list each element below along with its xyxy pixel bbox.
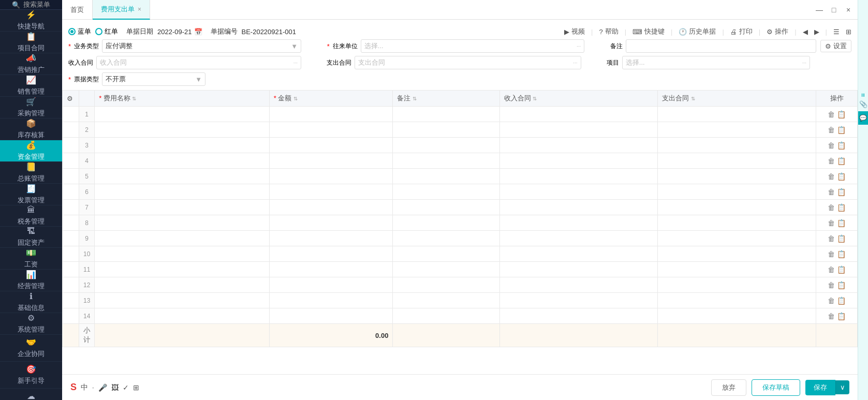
- row-expense-name-cell[interactable]: [95, 200, 269, 215]
- right-edge-chat-btn[interactable]: 💬: [858, 111, 869, 125]
- video-btn[interactable]: ▶ 视频: [564, 27, 585, 36]
- counterpart-input[interactable]: 选择... ···: [361, 39, 584, 53]
- row-remark-cell[interactable]: [393, 215, 500, 231]
- right-edge-attach-icon[interactable]: 📎: [859, 100, 867, 108]
- sidebar-item-project-contract[interactable]: 📋 项目合同: [0, 32, 62, 53]
- tab-home[interactable]: 首页: [62, 0, 93, 20]
- sidebar-item-guide[interactable]: 🎯 新手引导: [0, 362, 62, 389]
- row-remark-cell[interactable]: [393, 231, 500, 246]
- row-remark-cell[interactable]: [393, 262, 500, 277]
- row-remark-cell[interactable]: [393, 246, 500, 262]
- table-wrapper[interactable]: ⚙ * 费用名称 ⇅ * 金额 ⇅: [62, 90, 858, 374]
- sidebar-item-fixed-assets[interactable]: 🏗 固定资产: [0, 227, 62, 248]
- copy-row-icon[interactable]: 📋: [837, 157, 846, 165]
- col-remark[interactable]: 备注 ⇅: [393, 91, 500, 107]
- row-remark-cell[interactable]: [393, 308, 500, 324]
- row-expense-name-cell[interactable]: [95, 169, 269, 184]
- row-expense-contract-cell[interactable]: [658, 215, 816, 231]
- save-draft-button[interactable]: 保存草稿: [752, 379, 800, 396]
- row-remark-cell[interactable]: [393, 138, 500, 153]
- copy-row-icon[interactable]: 📋: [837, 110, 846, 118]
- delete-row-icon[interactable]: 🗑: [828, 172, 835, 181]
- row-expense-contract-cell[interactable]: [658, 246, 816, 262]
- row-expense-name-cell[interactable]: [95, 277, 269, 293]
- row-income-contract-cell[interactable]: [500, 153, 658, 169]
- row-remark-cell[interactable]: [393, 184, 500, 200]
- row-expense-contract-cell[interactable]: [658, 262, 816, 277]
- delete-row-icon[interactable]: 🗑: [828, 157, 835, 165]
- col-settings-header[interactable]: ⚙: [63, 91, 79, 107]
- sidebar-item-collab[interactable]: 🤝 企业协同: [0, 335, 62, 362]
- minimize-button[interactable]: —: [814, 5, 825, 15]
- help-btn[interactable]: ? 帮助: [599, 27, 618, 36]
- row-amount-cell[interactable]: [269, 153, 393, 169]
- delete-row-icon[interactable]: 🗑: [828, 250, 835, 258]
- col-income-contract[interactable]: 收入合同 ⇅: [500, 91, 658, 107]
- delete-row-icon[interactable]: 🗑: [828, 312, 835, 320]
- shortcut-btn[interactable]: ⌨ 快捷键: [632, 27, 665, 36]
- row-expense-contract-cell[interactable]: [658, 107, 816, 122]
- sidebar-item-purchase[interactable]: 🛒 采购管理: [0, 97, 62, 118]
- row-expense-name-cell[interactable]: [95, 107, 269, 122]
- invoice-type-input[interactable]: 不开票 ▼: [102, 72, 205, 86]
- row-expense-name-cell[interactable]: [95, 262, 269, 277]
- row-expense-contract-cell[interactable]: [658, 277, 816, 293]
- row-expense-contract-cell[interactable]: [658, 138, 816, 153]
- tab-close-icon[interactable]: ×: [138, 6, 141, 13]
- sidebar-item-quick-nav[interactable]: ⚡ 快捷导航: [0, 10, 62, 32]
- col-amount[interactable]: * 金额 ⇅: [269, 91, 393, 107]
- mic-icon[interactable]: 🎤: [98, 383, 107, 392]
- check-icon[interactable]: ✓: [123, 383, 129, 392]
- row-expense-contract-cell[interactable]: [658, 184, 816, 200]
- delete-row-icon[interactable]: 🗑: [828, 141, 835, 150]
- row-remark-cell[interactable]: [393, 122, 500, 138]
- sidebar-item-basic-info[interactable]: ℹ 基础信息: [0, 291, 62, 313]
- copy-row-icon[interactable]: 📋: [837, 141, 846, 150]
- row-amount-cell[interactable]: [269, 122, 393, 138]
- delete-row-icon[interactable]: 🗑: [828, 188, 835, 196]
- biz-type-input[interactable]: 应付调整 ▼: [102, 39, 301, 53]
- delete-row-icon[interactable]: 🗑: [828, 219, 835, 227]
- row-amount-cell[interactable]: [269, 277, 393, 293]
- row-income-contract-cell[interactable]: [500, 215, 658, 231]
- row-amount-cell[interactable]: [269, 184, 393, 200]
- row-expense-name-cell[interactable]: [95, 215, 269, 231]
- col-expense-contract[interactable]: 支出合同 ⇅: [658, 91, 816, 107]
- row-amount-cell[interactable]: [269, 200, 393, 215]
- copy-row-icon[interactable]: 📋: [837, 126, 846, 134]
- sidebar-item-invoice[interactable]: 🧾 发票管理: [0, 184, 62, 205]
- right-edge-list-icon[interactable]: ≡: [859, 93, 867, 97]
- row-expense-contract-cell[interactable]: [658, 122, 816, 138]
- row-income-contract-cell[interactable]: [500, 308, 658, 324]
- list-view-btn[interactable]: ☰: [833, 28, 840, 36]
- row-income-contract-cell[interactable]: [500, 122, 658, 138]
- row-remark-cell[interactable]: [393, 277, 500, 293]
- copy-row-icon[interactable]: 📋: [837, 203, 846, 212]
- sidebar-item-inventory[interactable]: 📦 库存核算: [0, 118, 62, 140]
- ops-btn[interactable]: ⚙ 操作: [767, 27, 788, 36]
- sidebar-item-sales-promo[interactable]: 📣 营销推广: [0, 53, 62, 75]
- row-amount-cell[interactable]: [269, 308, 393, 324]
- sidebar-search[interactable]: 🔍 搜索菜单: [0, 0, 62, 10]
- next-btn[interactable]: ▶: [814, 28, 819, 36]
- date-value[interactable]: 2022-09-21: [157, 28, 192, 36]
- row-income-contract-cell[interactable]: [500, 231, 658, 246]
- row-income-contract-cell[interactable]: [500, 184, 658, 200]
- row-income-contract-cell[interactable]: [500, 246, 658, 262]
- maximize-button[interactable]: □: [829, 5, 839, 15]
- row-expense-name-cell[interactable]: [95, 231, 269, 246]
- row-amount-cell[interactable]: [269, 215, 393, 231]
- row-expense-name-cell[interactable]: [95, 122, 269, 138]
- row-expense-name-cell[interactable]: [95, 308, 269, 324]
- sidebar-item-sales-mgmt[interactable]: 📈 销售管理: [0, 75, 62, 97]
- row-expense-name-cell[interactable]: [95, 246, 269, 262]
- row-expense-contract-cell[interactable]: [658, 169, 816, 184]
- copy-row-icon[interactable]: 📋: [837, 312, 846, 320]
- project-input[interactable]: 选择... ···: [622, 56, 810, 69]
- row-expense-name-cell[interactable]: [95, 138, 269, 153]
- save-arrow-button[interactable]: ∨: [835, 380, 849, 394]
- row-income-contract-cell[interactable]: [500, 200, 658, 215]
- sidebar-item-ledger[interactable]: 📒 总账管理: [0, 162, 62, 184]
- row-expense-contract-cell[interactable]: [658, 293, 816, 308]
- sidebar-item-tax[interactable]: 🏛 税务管理: [0, 205, 62, 227]
